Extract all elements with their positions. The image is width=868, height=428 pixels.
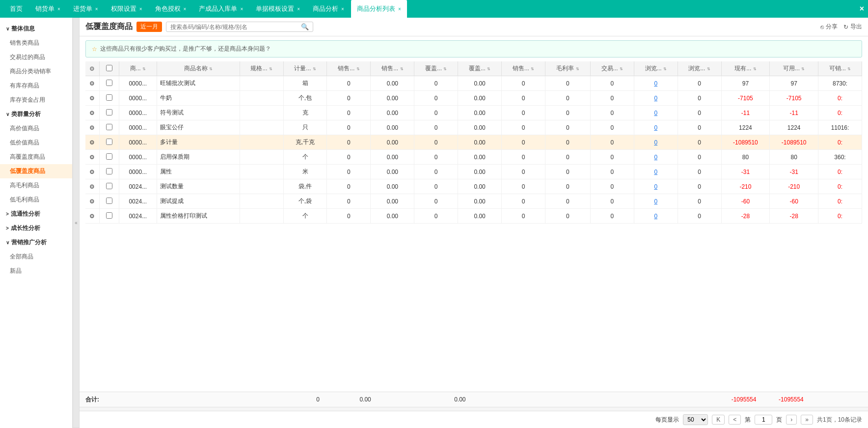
- sidebar-item-capital-use[interactable]: 库存资金占用: [0, 93, 72, 107]
- sidebar-item-low-margin[interactable]: 低毛利商品: [0, 193, 72, 207]
- close-icon[interactable]: ×: [57, 6, 60, 12]
- gear-cell[interactable]: ⚙: [85, 194, 99, 209]
- row-checkbox[interactable]: [106, 183, 112, 189]
- close-all-button[interactable]: ×: [860, 4, 864, 13]
- last-page-button[interactable]: »: [801, 415, 813, 425]
- col-sales-qty[interactable]: 销售... ⇅: [327, 61, 371, 76]
- next-page-button[interactable]: ›: [786, 415, 797, 425]
- checkbox-cell[interactable]: [99, 165, 119, 179]
- browse1-cell[interactable]: 0: [634, 179, 678, 194]
- close-icon[interactable]: ×: [240, 6, 243, 12]
- nav-tab-permissions[interactable]: 权限设置 ×: [105, 0, 148, 18]
- sidebar-item-high-value[interactable]: 高价值商品: [0, 121, 72, 136]
- col-code[interactable]: 商... ⇅: [119, 61, 157, 76]
- close-icon[interactable]: ×: [297, 6, 300, 12]
- col-name[interactable]: 商品名称 ⇅: [157, 61, 240, 76]
- sidebar-group-liquidity[interactable]: > 流通性分析: [0, 207, 72, 221]
- date-badge-button[interactable]: 近一月: [136, 22, 162, 32]
- sidebar-item-high-margin[interactable]: 高毛利商品: [0, 178, 72, 193]
- browse1-cell[interactable]: 0: [634, 209, 678, 224]
- page-size-select[interactable]: 50 100 200: [683, 414, 708, 425]
- sidebar-item-stock-goods[interactable]: 有库存商品: [0, 79, 72, 93]
- checkbox-cell[interactable]: [99, 150, 119, 165]
- sidebar-item-high-coverage[interactable]: 高覆盖度商品: [0, 150, 72, 164]
- row-checkbox[interactable]: [106, 80, 112, 86]
- browse1-cell[interactable]: 0: [634, 150, 678, 165]
- export-button[interactable]: ↻ 导出: [843, 23, 862, 31]
- gear-cell[interactable]: ⚙: [85, 106, 99, 120]
- browse1-cell[interactable]: 0: [634, 194, 678, 209]
- sidebar-item-new-goods[interactable]: 新品: [0, 264, 72, 278]
- page-number-input[interactable]: [755, 415, 772, 425]
- close-icon[interactable]: ×: [95, 6, 98, 12]
- nav-tab-template[interactable]: 单据模板设置 ×: [250, 0, 306, 18]
- col-sales-amt[interactable]: 销售... ⇅: [371, 61, 414, 76]
- col-browse2[interactable]: 浏览... ⇅: [678, 61, 721, 76]
- row-checkbox[interactable]: [106, 153, 112, 160]
- row-checkbox[interactable]: [106, 198, 112, 204]
- browse1-cell[interactable]: 0: [634, 106, 678, 120]
- sidebar-collapse-button[interactable]: «: [73, 18, 80, 428]
- search-input[interactable]: [170, 24, 301, 30]
- sidebar-group-marketing[interactable]: ∨ 营销推广分析: [0, 235, 72, 250]
- table-container[interactable]: ⚙ 商... ⇅ 商品名称 ⇅ 规格... ⇅ 计量... ⇅ 销售... ⇅ …: [80, 61, 868, 392]
- browse1-cell[interactable]: 0: [634, 76, 678, 91]
- browse1-cell[interactable]: 0: [634, 120, 678, 135]
- col-available[interactable]: 可用... ⇅: [770, 61, 818, 76]
- nav-tab-home[interactable]: 首页: [4, 0, 28, 18]
- col-unit[interactable]: 计量... ⇅: [283, 61, 327, 76]
- checkbox-cell[interactable]: [99, 91, 119, 106]
- row-checkbox[interactable]: [106, 109, 112, 115]
- nav-tab-analysis-list[interactable]: 商品分析列表 ×: [351, 0, 407, 18]
- prev-page-button[interactable]: <: [729, 415, 741, 425]
- col-cover2[interactable]: 覆盖... ⇅: [458, 61, 502, 76]
- checkbox-cell[interactable]: [99, 76, 119, 91]
- col-sales3[interactable]: 销售... ⇅: [502, 61, 545, 76]
- sidebar-item-low-coverage[interactable]: 低覆盖度商品: [0, 164, 72, 178]
- gear-cell[interactable]: ⚙: [85, 120, 99, 135]
- row-checkbox[interactable]: [106, 94, 112, 101]
- sidebar-group-overall[interactable]: ∨ 整体信息: [0, 22, 72, 36]
- checkbox-cell[interactable]: [99, 194, 119, 209]
- sidebar-item-all-goods[interactable]: 全部商品: [0, 250, 72, 264]
- gear-cell[interactable]: ⚙: [85, 135, 99, 150]
- nav-tab-sales[interactable]: 销货单 ×: [29, 0, 66, 18]
- checkbox-col-header[interactable]: [99, 61, 119, 76]
- close-icon[interactable]: ×: [341, 6, 344, 12]
- gear-col-header[interactable]: ⚙: [85, 61, 99, 76]
- nav-tab-analysis[interactable]: 商品分析 ×: [307, 0, 350, 18]
- col-current[interactable]: 现有... ⇅: [721, 61, 770, 76]
- close-icon[interactable]: ×: [398, 6, 401, 12]
- browse1-cell[interactable]: 0: [634, 165, 678, 179]
- row-checkbox[interactable]: [106, 168, 112, 174]
- checkbox-cell[interactable]: [99, 106, 119, 120]
- gear-cell[interactable]: ⚙: [85, 76, 99, 91]
- sidebar-item-sales-goods[interactable]: 销售类商品: [0, 36, 72, 50]
- checkbox-cell[interactable]: [99, 120, 119, 135]
- select-all-checkbox[interactable]: [106, 65, 112, 71]
- col-spec[interactable]: 规格... ⇅: [240, 61, 283, 76]
- close-icon[interactable]: ×: [184, 6, 187, 12]
- gear-cell[interactable]: ⚙: [85, 179, 99, 194]
- gear-cell[interactable]: ⚙: [85, 150, 99, 165]
- first-page-button[interactable]: K: [712, 415, 725, 425]
- sidebar-item-low-value[interactable]: 低价值商品: [0, 136, 72, 150]
- share-button[interactable]: ⎋ 分享: [820, 23, 838, 31]
- col-browse1[interactable]: 浏览... ⇅: [634, 61, 678, 76]
- col-saleable[interactable]: 可销... ⇅: [818, 61, 862, 76]
- row-checkbox[interactable]: [106, 124, 112, 130]
- row-checkbox[interactable]: [106, 139, 112, 145]
- row-checkbox[interactable]: [106, 212, 112, 219]
- sidebar-group-cluster[interactable]: ∨ 类群量分析: [0, 107, 72, 121]
- checkbox-cell[interactable]: [99, 179, 119, 194]
- browse1-cell[interactable]: 0: [634, 91, 678, 106]
- checkbox-cell[interactable]: [99, 209, 119, 224]
- col-gross[interactable]: 毛利率 ⇅: [545, 61, 590, 76]
- col-trade[interactable]: 交易... ⇅: [590, 61, 634, 76]
- sidebar-item-category-rate[interactable]: 商品分类动销率: [0, 64, 72, 79]
- checkbox-cell[interactable]: [99, 135, 119, 150]
- nav-tab-purchase[interactable]: 进货单 ×: [67, 0, 104, 18]
- gear-cell[interactable]: ⚙: [85, 91, 99, 106]
- gear-cell[interactable]: ⚙: [85, 209, 99, 224]
- nav-tab-role[interactable]: 角色授权 ×: [149, 0, 192, 18]
